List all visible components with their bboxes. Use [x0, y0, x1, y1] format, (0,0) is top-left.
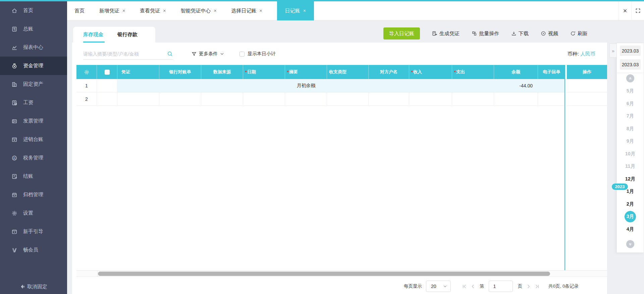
home-icon [11, 8, 17, 14]
per-page-label: 每页显示 [404, 283, 422, 289]
balance-cell[interactable] [494, 92, 538, 106]
sidebar-item-report-center[interactable]: 报表中心 [0, 38, 67, 57]
column-header-counterparty[interactable]: 对方户名 [369, 65, 409, 79]
close-tab-icon[interactable]: × [260, 8, 262, 13]
tab-view-voucher[interactable]: 查看凭证 × [140, 1, 166, 20]
sidebar-item-member[interactable]: 畅会员 [0, 241, 67, 259]
select-all-header[interactable] [97, 65, 117, 79]
daily-subtotal-checkbox[interactable] [239, 52, 245, 57]
operation-cell[interactable] [567, 79, 607, 92]
month-item[interactable]: 8月 [617, 123, 644, 135]
expense-cell[interactable] [452, 92, 494, 106]
date-cell[interactable] [243, 92, 285, 106]
generate-voucher-button[interactable]: 生成凭证 [432, 30, 460, 37]
month-item[interactable]: 4月 [617, 223, 644, 236]
more-conditions-button[interactable]: 更多条件 [192, 51, 224, 57]
range-start-button[interactable]: 2023.03 [620, 46, 641, 56]
column-header-date[interactable]: *日期 [243, 65, 285, 79]
sidebar-item-fixed-assets[interactable]: 固定资产 [0, 75, 67, 93]
search-icon[interactable] [167, 51, 173, 57]
collapse-date-panel-button[interactable]: » [609, 44, 617, 58]
opening-balance-value: -44.00 [494, 79, 533, 92]
e-receipt-cell[interactable] [538, 92, 565, 106]
summary-cell[interactable] [285, 92, 327, 106]
close-window-button[interactable]: × [619, 1, 631, 20]
batch-operation-button[interactable]: 批量操作 [472, 30, 499, 37]
show-daily-subtotal-toggle[interactable]: 显示本日小计 [239, 51, 276, 57]
row-select-cell[interactable] [97, 79, 117, 92]
sidebar-item-purchase-sale-ledger[interactable]: 进销台账 [0, 130, 67, 149]
operation-cell[interactable] [567, 92, 607, 106]
subtab-cash-on-hand[interactable]: 库存现金 [83, 31, 103, 38]
column-header-data-source[interactable]: 数据来源 [201, 65, 243, 79]
row-select-cell[interactable] [97, 92, 117, 106]
data-source-cell[interactable] [201, 92, 243, 106]
previous-page-button[interactable] [469, 282, 478, 291]
column-header-income[interactable]: *收入 [409, 65, 452, 79]
close-tab-icon[interactable]: × [163, 8, 166, 13]
sidebar-item-funds-management[interactable]: 资金管理 [0, 57, 67, 75]
search-input[interactable] [83, 51, 167, 57]
month-item[interactable]: 6月 [617, 97, 644, 110]
import-journal-button[interactable]: 导入日记账 [383, 27, 420, 40]
tab-select-journal[interactable]: 选择日记账 × [231, 1, 262, 20]
counterparty-cell[interactable] [369, 92, 409, 106]
range-end-button[interactable]: 2023.03 [620, 59, 641, 70]
first-page-button[interactable] [460, 282, 469, 291]
sidebar-item-settings[interactable]: 设置 [0, 204, 67, 222]
select-all-checkbox[interactable] [105, 70, 110, 75]
column-header-summary[interactable]: *摘要 [285, 65, 327, 79]
unpin-sidebar-button[interactable]: 取消固定 [0, 279, 67, 294]
bank-statement-cell[interactable] [159, 92, 201, 106]
voucher-cell[interactable] [117, 92, 159, 106]
close-tab-icon[interactable]: × [303, 8, 306, 13]
column-header-voucher[interactable]: 凭证 [117, 65, 159, 79]
subtab-bank-deposit[interactable]: 银行存款 [117, 31, 138, 38]
month-item[interactable]: 10月 [617, 148, 644, 160]
unpin-label: 取消固定 [27, 284, 47, 290]
currency-value-link[interactable]: 人民币 [580, 51, 595, 57]
sidebar-item-closing[interactable]: 结账 [0, 167, 67, 186]
month-item[interactable]: 11月 [617, 160, 644, 173]
tab-smart-voucher-center[interactable]: 智能凭证中心 × [180, 1, 216, 20]
last-page-button[interactable] [533, 282, 542, 291]
sidebar-item-archive-management[interactable]: 归档管理 [0, 186, 67, 204]
fullscreen-button[interactable] [631, 1, 644, 20]
per-page-select[interactable]: 20 [426, 281, 451, 292]
horizontal-scrollbar-thumb[interactable] [98, 272, 550, 276]
sidebar-item-home[interactable]: 首页 [0, 1, 67, 20]
sidebar-item-general-ledger[interactable]: 总账 [0, 20, 67, 38]
table-row[interactable]: 1 月初余额 -44.00 [76, 79, 565, 92]
download-button[interactable]: 下载 [511, 30, 529, 37]
sidebar-item-tax-management[interactable]: 税 税务管理 [0, 149, 67, 167]
page-number-input[interactable] [489, 281, 513, 292]
month-item[interactable]: 2月 [617, 198, 644, 211]
scroll-months-up-button[interactable] [626, 74, 634, 82]
tab-new-voucher[interactable]: 新增凭证 × [99, 1, 125, 20]
month-item[interactable]: 7月 [617, 110, 644, 123]
income-cell[interactable] [409, 92, 452, 106]
column-header-expense[interactable]: *支出 [452, 65, 494, 79]
next-page-button[interactable] [524, 282, 533, 291]
table-row[interactable]: 2 [76, 92, 565, 106]
month-item[interactable]: 5月 [617, 85, 644, 97]
scroll-months-down-button[interactable] [626, 240, 634, 248]
column-header-balance[interactable]: 余额 [494, 65, 538, 79]
column-header-e-receipt[interactable]: 电子回单 [538, 65, 565, 79]
column-header-bank-statement[interactable]: 银行对账单 [159, 65, 201, 79]
sidebar-item-invoice-management[interactable]: 发票管理 [0, 112, 67, 130]
video-button[interactable]: 视频 [541, 30, 558, 37]
column-header-income-expense-type[interactable]: 收支类型 [327, 65, 369, 79]
horizontal-scrollbar-track[interactable] [76, 270, 607, 277]
income-expense-type-cell[interactable] [327, 92, 369, 106]
sidebar-item-payroll[interactable]: 工资 [0, 93, 67, 112]
sidebar-item-beginner-guide[interactable]: 新手引导 [0, 222, 67, 241]
tab-journal[interactable]: 日记账 × [277, 1, 314, 20]
column-settings-header[interactable] [76, 65, 97, 79]
close-tab-icon[interactable]: × [214, 8, 216, 13]
close-tab-icon[interactable]: × [122, 8, 125, 13]
refresh-button[interactable]: 刷新 [570, 30, 588, 37]
month-item-selected[interactable]: 3月 [617, 210, 644, 223]
month-item[interactable]: 9月 [617, 135, 644, 148]
tab-home[interactable]: 首页 [74, 1, 85, 20]
